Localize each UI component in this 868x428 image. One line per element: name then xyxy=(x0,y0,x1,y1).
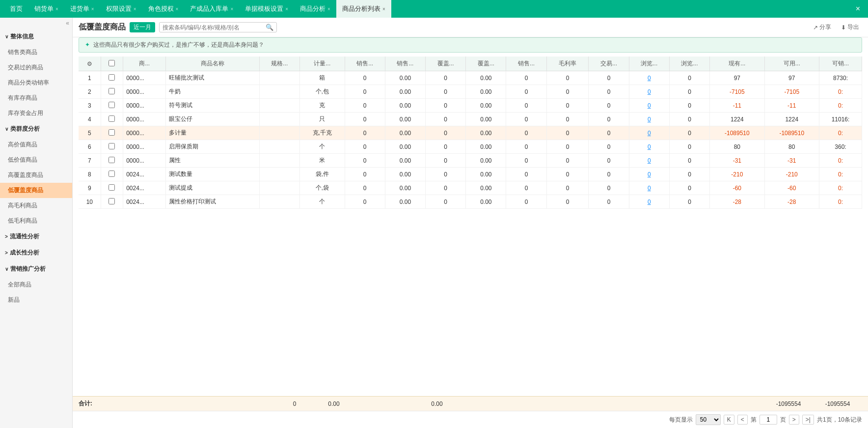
sidebar-item-low-value[interactable]: 低价值商品 xyxy=(0,152,72,168)
sidebar-item-high-margin[interactable]: 高毛利商品 xyxy=(0,198,72,213)
nav-finished-goods[interactable]: 产成品入库单 × xyxy=(184,0,239,18)
row-checkbox[interactable] xyxy=(101,71,123,85)
row-select-checkbox[interactable] xyxy=(108,88,115,94)
nav-template[interactable]: 单据模板设置 × xyxy=(239,0,294,18)
sidebar-section-marketing[interactable]: ∨ 营销推广分析 xyxy=(0,261,72,277)
col-checkbox[interactable] xyxy=(101,57,123,71)
settings-icon[interactable]: ⚙ xyxy=(87,60,92,67)
row-select-checkbox[interactable] xyxy=(108,129,115,136)
col-spec[interactable]: 规格... xyxy=(259,57,299,71)
sidebar-item-sales-goods[interactable]: 销售类商品 xyxy=(0,45,72,60)
row-select-checkbox[interactable] xyxy=(108,184,115,191)
row-select-checkbox[interactable] xyxy=(108,171,115,177)
close-icon[interactable]: × xyxy=(91,6,94,12)
row-checkbox[interactable] xyxy=(101,154,123,168)
nav-purchase[interactable]: 进货单 × xyxy=(64,0,100,18)
prev-page-button[interactable]: < xyxy=(737,415,748,425)
row-browse1[interactable]: 0 xyxy=(629,168,669,181)
row-checkbox[interactable] xyxy=(101,195,123,209)
row-checkbox[interactable] xyxy=(101,140,123,154)
row-browse1[interactable]: 0 xyxy=(629,99,669,113)
sidebar-section-group-analysis[interactable]: ∨ 类群度分析 xyxy=(0,121,72,137)
first-page-button[interactable]: K xyxy=(724,415,734,425)
nav-permissions[interactable]: 权限设置 × xyxy=(100,0,142,18)
table-container[interactable]: ⚙ 商... 商品名称 规格... 计量... 销售... 销售... 覆盖..… xyxy=(73,57,868,396)
sidebar-item-all-goods[interactable]: 全部商品 xyxy=(0,277,72,292)
sidebar-section-liquidity[interactable]: > 流通性分析 xyxy=(0,228,72,245)
row-browse1[interactable]: 0 xyxy=(629,85,669,99)
search-input[interactable] xyxy=(163,24,266,31)
sidebar-item-low-coverage[interactable]: 低覆盖度商品 xyxy=(0,183,72,198)
row-browse1[interactable]: 0 xyxy=(629,71,669,85)
close-icon[interactable]: × xyxy=(285,6,288,12)
browse-link[interactable]: 0 xyxy=(648,102,651,109)
sidebar-item-stock-capital[interactable]: 库存资金占用 xyxy=(0,106,72,121)
browse-link[interactable]: 0 xyxy=(648,157,651,164)
col-settings[interactable]: ⚙ xyxy=(79,57,101,71)
close-icon[interactable]: × xyxy=(230,6,233,12)
col-browse2[interactable]: 浏览... xyxy=(669,57,709,71)
row-browse1[interactable]: 0 xyxy=(629,113,669,126)
close-icon[interactable]: × xyxy=(55,6,58,12)
sidebar-toggle[interactable]: « xyxy=(0,18,72,29)
row-browse1[interactable]: 0 xyxy=(629,154,669,168)
sidebar-item-high-value[interactable]: 高价值商品 xyxy=(0,137,72,152)
browse-link[interactable]: 0 xyxy=(648,143,651,150)
col-saleable[interactable]: 可销... xyxy=(819,57,862,71)
close-icon[interactable]: × xyxy=(382,6,385,12)
row-checkbox[interactable] xyxy=(101,126,123,140)
select-all-checkbox[interactable] xyxy=(108,60,115,66)
row-checkbox[interactable] xyxy=(101,181,123,195)
col-unit[interactable]: 计量... xyxy=(299,57,345,71)
sidebar-item-traded-goods[interactable]: 交易过的商品 xyxy=(0,60,72,75)
window-close-icon[interactable]: × xyxy=(852,4,864,13)
nav-product-analysis[interactable]: 商品分析 × xyxy=(294,0,336,18)
sidebar-section-growth[interactable]: > 成长性分析 xyxy=(0,245,72,261)
browse-link[interactable]: 0 xyxy=(648,130,651,137)
close-icon[interactable]: × xyxy=(327,6,330,12)
col-sales-qty[interactable]: 销售... xyxy=(345,57,385,71)
browse-link[interactable]: 0 xyxy=(648,75,651,82)
close-icon[interactable]: × xyxy=(134,6,136,12)
col-browse1[interactable]: 浏览... xyxy=(629,57,669,71)
col-sales-amt[interactable]: 销售... xyxy=(385,57,425,71)
browse-link[interactable]: 0 xyxy=(648,88,651,95)
sidebar-item-low-margin[interactable]: 低毛利商品 xyxy=(0,213,72,228)
sidebar-item-category-activity[interactable]: 商品分类动销率 xyxy=(0,75,72,90)
sidebar-item-high-coverage[interactable]: 高覆盖度商品 xyxy=(0,168,72,183)
row-browse1[interactable]: 0 xyxy=(629,195,669,209)
browse-link[interactable]: 0 xyxy=(648,199,651,205)
row-browse1[interactable]: 0 xyxy=(629,140,669,154)
row-select-checkbox[interactable] xyxy=(108,102,115,108)
row-checkbox[interactable] xyxy=(101,99,123,113)
page-input[interactable] xyxy=(760,415,777,425)
last-page-button[interactable]: >| xyxy=(802,415,814,425)
col-coverage2[interactable]: 覆盖... xyxy=(466,57,506,71)
row-checkbox[interactable] xyxy=(101,85,123,99)
col-sales-days[interactable]: 销售... xyxy=(506,57,546,71)
period-button[interactable]: 近一月 xyxy=(130,22,155,32)
sidebar-item-new-goods[interactable]: 新品 xyxy=(0,292,72,308)
browse-link[interactable]: 0 xyxy=(648,171,651,178)
browse-link[interactable]: 0 xyxy=(648,116,651,123)
row-select-checkbox[interactable] xyxy=(108,143,115,149)
row-select-checkbox[interactable] xyxy=(108,198,115,204)
export-button[interactable]: ⬇ 导出 xyxy=(838,22,862,33)
col-current-stock[interactable]: 现有... xyxy=(710,57,764,71)
sidebar-item-stocked-goods[interactable]: 有库存商品 xyxy=(0,90,72,106)
nav-home[interactable]: 首页 xyxy=(4,0,28,18)
col-coverage1[interactable]: 覆盖... xyxy=(426,57,466,71)
next-page-button[interactable]: > xyxy=(789,415,799,425)
row-select-checkbox[interactable] xyxy=(108,74,115,81)
nav-role-auth[interactable]: 角色授权 × xyxy=(142,0,185,18)
row-browse1[interactable]: 0 xyxy=(629,126,669,140)
browse-link[interactable]: 0 xyxy=(648,185,651,192)
col-margin[interactable]: 毛利率 xyxy=(546,57,589,71)
col-trade[interactable]: 交易... xyxy=(589,57,629,71)
row-checkbox[interactable] xyxy=(101,113,123,126)
sidebar-section-overview[interactable]: ∨ 整体信息 xyxy=(0,29,72,45)
per-page-select[interactable]: 50 20 100 xyxy=(696,414,721,425)
share-button[interactable]: ↗ 分享 xyxy=(810,22,834,33)
row-select-checkbox[interactable] xyxy=(108,115,115,122)
search-icon[interactable]: 🔍 xyxy=(266,24,273,31)
